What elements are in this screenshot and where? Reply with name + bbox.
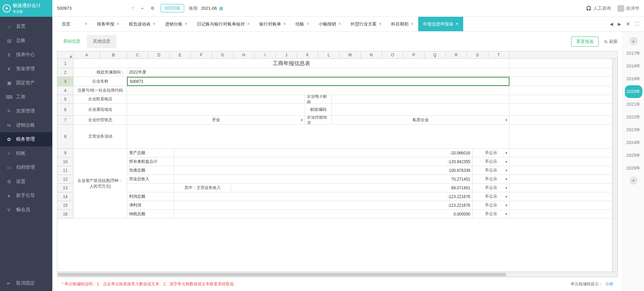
tab-进销台账[interactable]: 进销台账✕ — [160, 17, 192, 31]
input-address[interactable] — [127, 104, 305, 115]
row-header-10[interactable]: 10 — [57, 157, 73, 166]
input-phone[interactable] — [127, 95, 305, 103]
col-header-J[interactable]: J — [276, 51, 297, 58]
col-header-M[interactable]: M — [339, 51, 361, 58]
col-header-A[interactable]: A — [73, 51, 100, 58]
tab-next-icon[interactable]: ▶ — [618, 21, 621, 27]
year-2022年[interactable]: 2022年 — [625, 111, 642, 124]
sheet-tab-basic[interactable]: 基础信息 — [57, 35, 87, 48]
period-value[interactable]: 2022年度 — [127, 68, 509, 77]
select-publish-10[interactable]: 不公示 — [473, 157, 509, 166]
close-icon[interactable]: ✕ — [306, 22, 309, 26]
close-icon[interactable]: ✕ — [338, 22, 341, 26]
row-header-7[interactable]: 7 — [57, 116, 73, 125]
col-header-S[interactable]: S — [467, 51, 488, 58]
row-header-3[interactable]: 3 — [57, 77, 73, 86]
tab-银行对账单[interactable]: 银行对账单✕ — [255, 17, 291, 31]
col-header-C[interactable]: C — [127, 51, 148, 58]
tab-首页[interactable]: 首页 — [57, 17, 75, 31]
sidebar-item-固定资产[interactable]: ▣固定资产 — [0, 76, 52, 90]
col-header-L[interactable]: L — [318, 51, 339, 58]
input-main-activity[interactable] — [127, 125, 509, 148]
switch-old-button[interactable]: 切到旧版 — [161, 4, 184, 12]
col-header-F[interactable]: F — [191, 51, 212, 58]
year-2023年[interactable]: 2023年 — [625, 124, 642, 136]
footer-example-link[interactable]: 示例 — [605, 282, 613, 286]
select-publish-14[interactable]: 不公示 — [473, 192, 509, 201]
tab-日记账与银行对账单核对[interactable]: 日记账与银行对账单核对✕ — [192, 17, 255, 31]
vertical-scrollbar[interactable] — [612, 59, 618, 272]
input-company-name[interactable]: 500973 — [127, 77, 509, 86]
sidebar-item-首页[interactable]: ⌂首页 — [0, 19, 52, 34]
sidebar-item-新手引导[interactable]: ▸新手引导 — [0, 189, 52, 203]
tab-结账[interactable]: 结账✕ — [291, 17, 314, 31]
close-icon[interactable]: ✕ — [85, 22, 88, 26]
row-header-4[interactable]: 4 — [57, 86, 73, 95]
col-header-G[interactable]: G — [212, 51, 233, 58]
reset-report-button[interactable]: 重置报表 — [571, 37, 599, 47]
close-icon[interactable]: ✕ — [153, 22, 156, 26]
sidebar-item-畅会员[interactable]: V畅会员 — [0, 203, 52, 217]
sidebar-item-归档管理[interactable]: ▭归档管理 — [0, 160, 52, 175]
refresh-button[interactable]: ↻ 刷新 — [604, 39, 618, 45]
year-up-icon[interactable]: ▲ — [630, 37, 638, 45]
company-selector[interactable]: 500973 ▽ — [57, 6, 134, 11]
row-header-14[interactable]: 14 — [57, 192, 73, 201]
close-icon[interactable]: ✕ — [116, 22, 119, 26]
input-email[interactable] — [332, 95, 509, 103]
year-2019年[interactable]: 2019年 — [625, 72, 642, 85]
value-row-11[interactable]: 100.876339 — [174, 166, 473, 175]
tab-年报信息申报表[interactable]: 年报信息申报表✕ — [418, 17, 463, 31]
tab-close-icon[interactable]: ✕ — [626, 21, 630, 27]
sidebar-item-设置[interactable]: ⚙设置 — [0, 175, 52, 189]
user-menu[interactable]: 徐泽华 — [618, 5, 639, 12]
sheet-tab-other[interactable]: 其他信息 — [87, 35, 116, 48]
unpin-button[interactable]: ⇤ 取消固定 — [0, 276, 52, 291]
tab-trunc[interactable]: ✕ — [75, 17, 92, 31]
sidebar-item-发票管理[interactable]: ✎发票管理 — [0, 104, 52, 118]
tab-外贸行业方案[interactable]: 外贸行业方案✕ — [346, 17, 386, 31]
value-row-9[interactable]: -20.066016 — [174, 149, 473, 157]
row-header-6[interactable]: 6 — [57, 104, 73, 116]
year-down-icon[interactable]: ▼ — [630, 177, 638, 185]
close-icon[interactable]: ✕ — [455, 22, 459, 26]
row-header-12[interactable]: 12 — [57, 175, 73, 184]
col-header-K[interactable]: K — [297, 51, 318, 58]
select-publish-15[interactable]: 不公示 — [473, 201, 509, 209]
value-row-12[interactable]: 70.271451 — [174, 175, 473, 183]
sidebar-item-资金管理[interactable]: ¥资金管理 — [0, 62, 52, 76]
tab-税务申报[interactable]: 税务申报✕ — [92, 17, 124, 31]
row-header-11[interactable]: 11 — [57, 166, 73, 175]
sidebar-item-工资[interactable]: ⌨工资 — [0, 90, 52, 104]
sidebar-item-报表中心[interactable]: ⇭报表中心 — [0, 48, 52, 62]
tab-prev-icon[interactable]: ◀ — [610, 21, 613, 27]
row-header-15[interactable]: 15 — [57, 201, 73, 210]
year-2025年[interactable]: 2025年 — [625, 149, 642, 162]
select-publish-16[interactable]: 不公示 — [473, 210, 509, 218]
fullscreen-icon[interactable]: ⛶ — [635, 21, 639, 27]
col-header-Q[interactable]: Q — [425, 51, 446, 58]
row-header-13[interactable]: 13 — [57, 184, 73, 192]
period-value[interactable]: 2021-06 — [201, 6, 217, 11]
sidebar-item-进销台账[interactable]: ⇆进销台账 — [0, 118, 52, 132]
year-2017年[interactable]: 2017年 — [625, 47, 642, 60]
close-icon[interactable]: ✕ — [283, 22, 286, 26]
tab-科目期初[interactable]: 科目期初✕ — [386, 17, 418, 31]
col-header-N[interactable]: N — [361, 51, 382, 58]
row-header-1[interactable]: 1 — [57, 59, 73, 68]
col-header-T[interactable]: T — [488, 51, 509, 58]
select-all-corner[interactable] — [57, 51, 73, 58]
select-holding[interactable]: 私营企业 — [332, 116, 509, 124]
col-header-E[interactable]: E — [170, 51, 191, 58]
col-header-H[interactable]: H — [233, 51, 255, 58]
row-header-16[interactable]: 16 — [57, 210, 73, 219]
col-header-B[interactable]: B — [100, 51, 127, 58]
select-publish-13[interactable]: 不公示 — [473, 184, 509, 192]
sidebar-item-总账[interactable]: ▤总账 — [0, 34, 52, 48]
year-2020年[interactable]: 2020年 — [625, 85, 642, 98]
value-row-16[interactable]: 0.000000 — [174, 210, 473, 218]
col-header-R[interactable]: R — [446, 51, 467, 58]
input-reg-code[interactable] — [127, 86, 509, 95]
tab-税负波动表[interactable]: 税负波动表✕ — [124, 17, 160, 31]
close-icon[interactable]: ✕ — [247, 22, 250, 26]
